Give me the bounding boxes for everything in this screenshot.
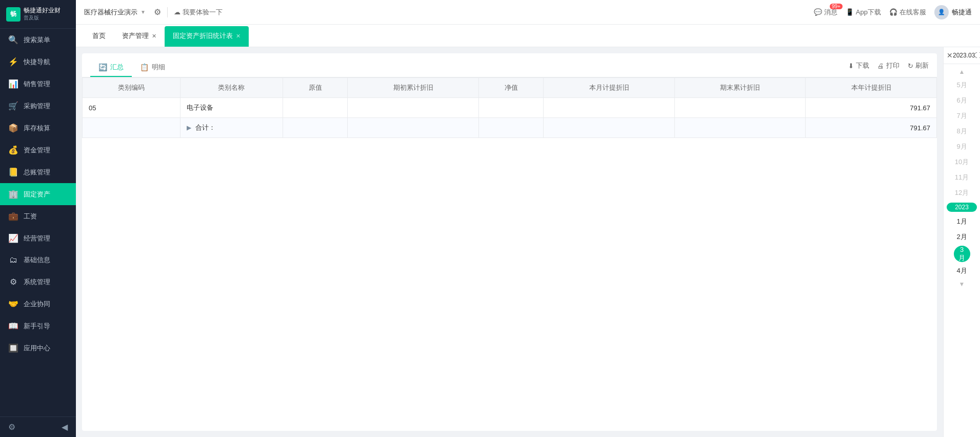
- main-area: 医疗器械行业演示 ▼ ⚙ ☁ 我要体验一下 💬 消息 99+ 📱 App下载 🎧…: [76, 0, 980, 437]
- sidebar-item-sales[interactable]: 📊 销售管理: [0, 73, 76, 95]
- message-button[interactable]: 💬 消息 99+: [814, 8, 837, 17]
- date-nav-down[interactable]: ▼: [944, 279, 980, 290]
- year-2023-label: 2023: [947, 203, 977, 212]
- topbar-settings-icon[interactable]: ⚙: [154, 7, 161, 17]
- date-month-dec-prev[interactable]: 12月: [944, 185, 980, 201]
- date-month-jan[interactable]: 1月: [944, 214, 980, 229]
- sidebar-item-guide[interactable]: 📖 新手引导: [0, 315, 76, 337]
- sidebar-item-basicinfo[interactable]: 🗂 基础信息: [0, 249, 76, 271]
- refresh-label: 刷新: [915, 61, 929, 70]
- inventory-icon: 📦: [8, 123, 18, 133]
- tab-home-label: 首页: [92, 31, 106, 41]
- sales-icon: 📊: [8, 79, 18, 89]
- logo-sub: 普及版: [24, 14, 61, 22]
- sidebar-item-fixed-assets[interactable]: 🏢 固定资产: [0, 183, 76, 205]
- date-month-jul-prev[interactable]: 7月: [944, 108, 980, 124]
- print-label: 打印: [886, 61, 899, 70]
- print-icon: 🖨: [877, 62, 884, 70]
- date-month-aug-prev[interactable]: 8月: [944, 124, 980, 139]
- content-main: 🔄 汇总 📋 明细 ⬇ 下载 🖨 打印: [82, 53, 937, 431]
- summary-row: ▶ 合计： 791.67: [83, 118, 937, 138]
- sidebar-item-payroll[interactable]: 💼 工资: [0, 205, 76, 227]
- search-icon: 🔍: [8, 35, 18, 45]
- sidebar-item-cooperation[interactable]: 🤝 企业协同: [0, 293, 76, 315]
- system-icon: ⚙: [8, 277, 18, 287]
- right-panel-expand-button[interactable]: ⛶: [975, 52, 980, 59]
- sidebar-item-label: 总账管理: [24, 168, 50, 177]
- sub-tab-detail[interactable]: 📋 明细: [132, 58, 173, 77]
- date-month-mar[interactable]: 3月: [954, 246, 970, 262]
- sub-tab-summary-label: 汇总: [110, 63, 124, 72]
- collapse-icon[interactable]: ◀: [62, 422, 68, 432]
- settings-footer-icon[interactable]: ⚙: [8, 422, 15, 432]
- cooperation-icon: 🤝: [8, 299, 18, 309]
- sidebar-item-apps[interactable]: 🔲 应用中心: [0, 337, 76, 359]
- sidebar-item-label: 库存核算: [24, 124, 50, 133]
- date-month-oct-prev[interactable]: 10月: [944, 154, 980, 170]
- date-month-nov-prev[interactable]: 11月: [944, 170, 980, 185]
- table-container: 类别编码 类别名称 原值 期初累计折旧 净值 本月计提折旧 期末累计折旧 本年计…: [82, 77, 937, 431]
- cell-code: 05: [83, 98, 181, 118]
- sidebar-item-label: 销售管理: [24, 80, 50, 89]
- download-button[interactable]: ⬇ 下载: [848, 61, 869, 70]
- cell-period-end-dep: [674, 98, 805, 118]
- tab-asset-mgmt[interactable]: 资产管理 ✕: [114, 26, 165, 47]
- message-badge: 99+: [830, 4, 843, 9]
- sidebar-item-inventory[interactable]: 📦 库存核算: [0, 117, 76, 139]
- table-row: 05 电子设备 791.67: [83, 98, 937, 118]
- company-selector[interactable]: 医疗器械行业演示 ▼: [84, 8, 146, 17]
- user-menu[interactable]: 👤 畅捷通: [934, 5, 972, 19]
- cell-original-value: [283, 98, 348, 118]
- topbar: 医疗器械行业演示 ▼ ⚙ ☁ 我要体验一下 💬 消息 99+ 📱 App下载 🎧…: [76, 0, 980, 25]
- col-period-end-dep: 期末累计折旧: [674, 78, 805, 98]
- sidebar-item-search[interactable]: 🔍 搜索菜单: [0, 29, 76, 51]
- sidebar-item-purchase[interactable]: 🛒 采购管理: [0, 95, 76, 117]
- content-area: 🔄 汇总 📋 明细 ⬇ 下载 🖨 打印: [76, 47, 980, 437]
- tab-depreciation-close[interactable]: ✕: [236, 33, 241, 39]
- sidebar: 畅 畅捷通好业财 普及版 🔍 搜索菜单 ⚡ 快捷导航 📊 销售管理 🛒 采购管理…: [0, 0, 76, 437]
- purchase-icon: 🛒: [8, 101, 18, 111]
- date-month-jun-prev[interactable]: 6月: [944, 93, 980, 108]
- company-name: 医疗器械行业演示: [84, 8, 137, 17]
- date-month-may-prev[interactable]: 5月: [944, 77, 980, 93]
- refresh-icon: ↻: [908, 62, 913, 70]
- date-month-sep-prev[interactable]: 9月: [944, 139, 980, 154]
- download-icon: ⬇: [848, 62, 854, 70]
- toolbar: ⬇ 下载 🖨 打印 ↻ 刷新: [848, 61, 929, 74]
- customer-service-button[interactable]: 🎧 在线客服: [889, 8, 926, 17]
- date-month-apr[interactable]: 4月: [944, 263, 980, 279]
- date-nav-up[interactable]: ▲: [944, 66, 980, 77]
- sidebar-item-quicknav[interactable]: ⚡ 快捷导航: [0, 51, 76, 73]
- sidebar-item-label: 基础信息: [24, 255, 50, 265]
- col-monthly-dep: 本月计提折旧: [544, 78, 674, 98]
- app-download-button[interactable]: 📱 App下载: [846, 8, 881, 17]
- date-month-feb[interactable]: 2月: [944, 229, 980, 245]
- sidebar-item-operations[interactable]: 📈 经营管理: [0, 227, 76, 249]
- tab-bar: 首页 资产管理 ✕ 固定资产折旧统计表 ✕: [76, 25, 980, 47]
- sidebar-footer: ⚙ ◀: [0, 416, 76, 437]
- logo-text-block: 畅捷通好业财 普及版: [24, 7, 61, 22]
- sub-tab-summary[interactable]: 🔄 汇总: [90, 58, 132, 77]
- tab-depreciation[interactable]: 固定资产折旧统计表 ✕: [165, 26, 249, 47]
- summary-icon: 🔄: [98, 63, 107, 71]
- summary-expand-icon: ▶: [187, 124, 191, 131]
- col-code: 类别编码: [83, 78, 181, 98]
- tab-home[interactable]: 首页: [84, 26, 114, 47]
- summary-annual-dep: 791.67: [806, 118, 937, 138]
- sidebar-item-finance[interactable]: 💰 资金管理: [0, 139, 76, 161]
- right-panel-close-button[interactable]: ✕: [947, 51, 953, 59]
- sidebar-item-label: 搜索菜单: [24, 35, 50, 45]
- sidebar-item-ledger[interactable]: 📒 总账管理: [0, 161, 76, 183]
- sidebar-item-label: 新手引导: [24, 322, 50, 331]
- ledger-icon: 📒: [8, 167, 18, 177]
- tab-asset-mgmt-close[interactable]: ✕: [152, 33, 156, 39]
- finance-icon: 💰: [8, 145, 18, 155]
- experience-button[interactable]: ☁ 我要体验一下: [174, 8, 223, 17]
- headset-icon: 🎧: [889, 8, 897, 16]
- col-original-value: 原值: [283, 78, 348, 98]
- sidebar-item-label: 采购管理: [24, 102, 50, 111]
- print-button[interactable]: 🖨 打印: [877, 61, 899, 70]
- refresh-button[interactable]: ↻ 刷新: [908, 61, 929, 70]
- sidebar-item-label: 企业协同: [24, 300, 50, 309]
- sidebar-item-system[interactable]: ⚙ 系统管理: [0, 271, 76, 293]
